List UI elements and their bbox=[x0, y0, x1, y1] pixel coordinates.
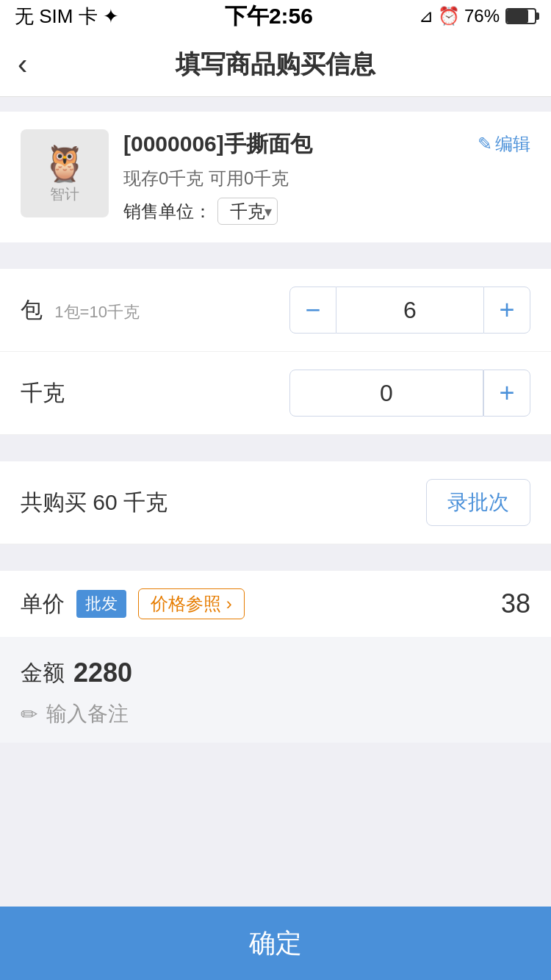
amount-value: 2280 bbox=[73, 657, 132, 688]
confirm-label: 确定 bbox=[249, 926, 302, 962]
quantity-section: 包 1包=10千克 − + 千克 + bbox=[0, 269, 551, 435]
unit-select[interactable]: 千克 bbox=[217, 198, 278, 225]
amount-section: 金额 2280 ✏ 输入备注 bbox=[0, 637, 551, 743]
sim-status: 无 SIM 卡 ✦ bbox=[15, 4, 119, 29]
status-right: ⊿ ⏰ 76% bbox=[419, 6, 536, 26]
remark-text: 输入备注 bbox=[46, 700, 129, 728]
bao-plus-button[interactable]: + bbox=[483, 287, 530, 334]
battery-icon bbox=[505, 8, 536, 24]
status-time: 下午2:56 bbox=[225, 1, 313, 32]
kg-label: 千克 bbox=[21, 378, 289, 408]
product-unit-row: 销售单位： 千克 bbox=[123, 198, 530, 225]
kg-row: 千克 + bbox=[0, 352, 551, 435]
product-thumbnail: 🦉 智计 bbox=[21, 129, 109, 217]
product-stock: 现存0千克 可用0千克 bbox=[123, 167, 530, 190]
battery-fill bbox=[507, 10, 528, 23]
divider-1 bbox=[0, 242, 551, 254]
price-section: 单价 批发 价格参照 › 38 bbox=[0, 571, 551, 637]
battery-percent: 76% bbox=[464, 6, 500, 26]
remark-icon: ✏ bbox=[21, 702, 37, 727]
product-info: [0000006]手撕面包 现存0千克 可用0千克 销售单位： 千克 bbox=[123, 129, 530, 225]
summary-text: 共购买 60 千克 bbox=[21, 488, 168, 518]
confirm-button[interactable]: 确定 bbox=[0, 907, 551, 980]
product-name: [0000006]手撕面包 bbox=[123, 129, 530, 159]
bao-controls: − + bbox=[289, 287, 530, 334]
status-bar: 无 SIM 卡 ✦ 下午2:56 ⊿ ⏰ 76% bbox=[0, 0, 551, 32]
price-tag: 批发 bbox=[76, 590, 126, 618]
thumb-brand-text: 智计 bbox=[50, 184, 79, 204]
bao-sublabel: 1包=10千克 bbox=[54, 303, 140, 321]
price-value: 38 bbox=[501, 588, 530, 619]
price-reference-button[interactable]: 价格参照 › bbox=[138, 588, 245, 619]
unit-select-wrapper[interactable]: 千克 bbox=[217, 198, 278, 225]
divider-2 bbox=[0, 435, 551, 447]
price-label: 单价 bbox=[21, 589, 65, 619]
bao-label: 包 1包=10千克 bbox=[21, 295, 289, 325]
kg-plus-button[interactable]: + bbox=[483, 370, 530, 417]
status-left: 无 SIM 卡 ✦ bbox=[15, 4, 119, 29]
bao-label-text: 包 bbox=[21, 298, 43, 322]
unit-label: 销售单位： bbox=[123, 200, 212, 223]
edit-label: 编辑 bbox=[495, 132, 530, 156]
nav-bar: ‹ 填写商品购买信息 bbox=[0, 32, 551, 97]
divider-3 bbox=[0, 544, 551, 556]
back-button[interactable]: ‹ bbox=[18, 48, 27, 81]
edit-button[interactable]: ✎ 编辑 bbox=[478, 132, 530, 156]
content-spacer bbox=[0, 743, 551, 907]
product-card: 🦉 智计 [0000006]手撕面包 现存0千克 可用0千克 销售单位： 千克 … bbox=[0, 112, 551, 242]
batch-record-button[interactable]: 录批次 bbox=[426, 479, 530, 526]
bao-minus-button[interactable]: − bbox=[289, 287, 336, 334]
price-row: 单价 批发 价格参照 › 38 bbox=[21, 588, 530, 619]
kg-input[interactable] bbox=[289, 370, 483, 417]
kg-controls: + bbox=[289, 370, 530, 417]
thumb-owl-icon: 🦉 bbox=[43, 143, 87, 184]
page-title: 填写商品购买信息 bbox=[176, 48, 375, 82]
amount-label: 金额 bbox=[21, 658, 65, 688]
location-icon: ⊿ bbox=[419, 6, 433, 26]
summary-row: 共购买 60 千克 录批次 bbox=[0, 461, 551, 544]
alarm-icon: ⏰ bbox=[438, 6, 460, 26]
edit-icon: ✎ bbox=[478, 134, 492, 154]
remark-row[interactable]: ✏ 输入备注 bbox=[21, 700, 530, 728]
bao-row: 包 1包=10千克 − + bbox=[0, 269, 551, 352]
bao-input[interactable] bbox=[336, 287, 483, 334]
amount-row: 金额 2280 bbox=[21, 657, 530, 688]
